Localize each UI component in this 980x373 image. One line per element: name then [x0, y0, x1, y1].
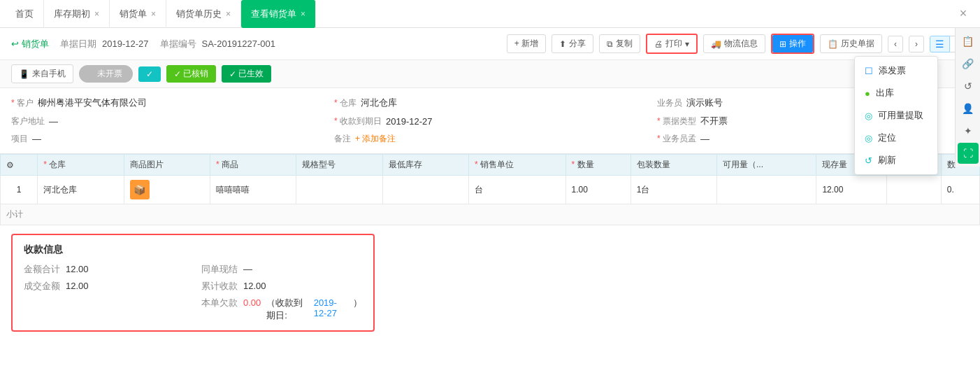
total-amount-value: 12.00: [66, 264, 89, 274]
tab-sales-order-close[interactable]: ×: [151, 9, 156, 19]
product-table: ⚙ * 仓库 商品图片 * 商品 规格型号 最低库存 * 销售单位 * 数量 包…: [0, 153, 980, 225]
print-button[interactable]: 🖨 打印 ▾: [646, 34, 698, 54]
copy-button[interactable]: ⧉ 复制: [599, 34, 640, 53]
sold-check-icon: ✓: [174, 69, 181, 79]
available-pickup-item[interactable]: ◎ 可用量提取: [855, 104, 937, 127]
table-row: 1 河北仓库 📦 嘻嘻嘻嘻 台 1.00 1台 12.00: [1, 176, 980, 204]
sidebar-icon-5[interactable]: ✦: [958, 120, 979, 141]
warehouse-label: 仓库: [334, 97, 356, 109]
doc-header: ↩ 销货单 单据日期 2019-12-27 单据编号 SA-20191227-0…: [0, 28, 980, 60]
operation-button[interactable]: ⊞ 操作: [772, 35, 813, 52]
same-bill-value: —: [243, 264, 252, 274]
row-product: 嘻嘻嘻嘻: [210, 176, 296, 204]
number-label: 单据编号: [160, 38, 196, 50]
customer-label: 客户: [11, 97, 34, 109]
col-warehouse: * 仓库: [38, 155, 124, 176]
row-seq: 1: [1, 176, 38, 204]
share-button[interactable]: ⬆ 分享: [552, 34, 593, 53]
doc-type: ↩ 销货单: [11, 38, 49, 50]
row-product-img: 📦: [124, 176, 210, 204]
tab-bar: 首页 库存期初 × 销货单 × 销货单历史 × 查看销货单 × ×: [0, 0, 980, 28]
deal-amount-label: 成交金额: [24, 280, 60, 293]
payment-title: 收款信息: [24, 244, 362, 256]
nav-prev-button[interactable]: ‹: [888, 36, 903, 52]
logistics-button[interactable]: 🚚 物流信息: [703, 34, 765, 53]
add-note-button[interactable]: + 添加备注: [355, 133, 396, 145]
form-section: 客户 柳州粤港平安气体有限公司 仓库 河北仓库 业务员 演示账号 客户地址 — …: [0, 88, 980, 153]
sidebar-icon-3[interactable]: ↺: [958, 76, 979, 97]
operation-highlight: ⊞ 操作: [771, 34, 814, 54]
window-close-button[interactable]: ×: [952, 3, 974, 25]
sidebar-icon-expand[interactable]: ⛶: [958, 143, 979, 164]
logistics-icon: 🚚: [711, 39, 721, 49]
tab-sales-history-close[interactable]: ×: [226, 9, 231, 19]
add-invoice-label: 添发票: [879, 64, 906, 77]
outbound-icon: ●: [865, 88, 870, 99]
nav-next-button[interactable]: ›: [909, 36, 924, 52]
available-pickup-icon: ◎: [865, 111, 872, 121]
list-view-button[interactable]: ☰: [930, 36, 950, 52]
history-button[interactable]: 📋 历史单据: [820, 34, 882, 53]
effective-button[interactable]: ✓ 已生效: [222, 65, 271, 83]
doc-type-label: 销货单: [22, 38, 49, 50]
new-button[interactable]: + 新增: [507, 34, 546, 53]
tab-view-sales[interactable]: 查看销货单 ×: [241, 0, 316, 28]
payment-date-field: 收款到期日 2019-12-27: [334, 115, 646, 127]
phone-icon: 📱: [19, 69, 29, 79]
this-owe-item: 本单欠款 0.00 （收款到期日: 2019-12-27 ）: [201, 297, 362, 322]
tab-view-sales-close[interactable]: ×: [301, 9, 305, 19]
not-open-button[interactable]: 未开票: [79, 65, 133, 83]
col-min-stock: 最低库存: [382, 155, 468, 176]
locate-label: 定位: [878, 132, 896, 144]
doc-actions: + 新增 ⬆ 分享 ⧉ 复制 🖨 打印 ▾ 🚚 物流信息: [507, 34, 969, 54]
tab-sales-order[interactable]: 销货单 ×: [110, 0, 166, 28]
address-label: 客户地址: [11, 115, 45, 127]
available-pickup-label: 可用量提取: [878, 109, 923, 122]
sidebar-icon-1[interactable]: 📋: [958, 31, 979, 52]
owe-note: （收款到期日:: [266, 297, 308, 322]
add-invoice-item[interactable]: ☐ 添发票: [855, 59, 937, 82]
locate-icon: ◎: [865, 133, 872, 143]
sold-button[interactable]: ✓ 已核销: [166, 65, 216, 83]
same-bill-label: 同单现结: [201, 263, 238, 276]
payment-date-value: 2019-12-27: [386, 116, 433, 127]
row-qty: 1.00: [565, 176, 630, 204]
operation-dropdown: ☐ 添发票 ● 出库 ◎ 可用量提取 ◎ 定位 ↺ 刷新: [854, 56, 938, 175]
date-value: 2019-12-27: [102, 38, 149, 49]
row-available: [717, 176, 816, 204]
outbound-item[interactable]: ● 出库: [855, 82, 937, 104]
main-content: ↩ 销货单 单据日期 2019-12-27 单据编号 SA-20191227-0…: [0, 28, 980, 373]
col-pkg-qty: 包装数量: [630, 155, 716, 176]
same-bill-item: 同单现结 —: [201, 263, 362, 276]
toolbar-row: 📱 来自手机 未开票 ✓ ✓ 已核销 ✓ 已生效: [0, 60, 980, 88]
gear-icon[interactable]: ⚙: [6, 160, 14, 170]
locate-item[interactable]: ◎ 定位: [855, 127, 937, 149]
tab-sales-history[interactable]: 销货单历史 ×: [166, 0, 241, 28]
staff2-value: —: [700, 134, 709, 144]
col-product: * 商品: [210, 155, 296, 176]
from-phone-button[interactable]: 📱 来自手机: [11, 64, 73, 83]
staff-label: 业务员: [657, 97, 682, 109]
cumulative-item: 累计收款 12.00: [201, 280, 362, 293]
deal-amount-item: 成交金额 12.00: [24, 280, 185, 293]
customer-field: 客户 柳州粤港平安气体有限公司: [11, 97, 323, 109]
row-unit: 台: [469, 176, 566, 204]
refresh-item[interactable]: ↺ 刷新: [855, 149, 937, 171]
doc-number-meta: 单据编号 SA-20191227-001: [160, 38, 276, 50]
print-dropdown-arrow: ▾: [685, 39, 689, 49]
tab-home[interactable]: 首页: [6, 0, 44, 28]
number-value: SA-20191227-001: [202, 38, 276, 49]
sidebar-icon-2[interactable]: 🔗: [958, 53, 979, 74]
row-min-stock: [382, 176, 468, 204]
outbound-label: 出库: [876, 87, 894, 99]
tab-inventory-init[interactable]: 库存期初 ×: [44, 0, 110, 28]
payment-date-label: 收款到期日: [334, 115, 382, 127]
customer-value: 柳州粤港平安气体有限公司: [38, 97, 147, 109]
check-button[interactable]: ✓: [138, 66, 161, 82]
col-available: 可用量（...: [717, 155, 816, 176]
row-amount: 0.: [941, 176, 979, 204]
print-icon: 🖨: [654, 39, 663, 49]
refresh-label: 刷新: [878, 154, 896, 167]
tab-inventory-init-close[interactable]: ×: [94, 9, 99, 19]
sidebar-icon-4[interactable]: 👤: [958, 98, 979, 119]
